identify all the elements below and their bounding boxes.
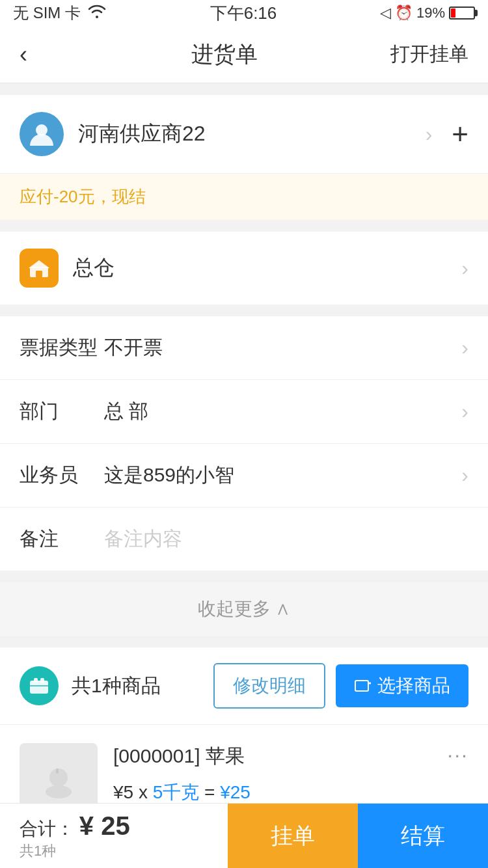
total-sub: 共1种 [20, 841, 208, 861]
supplier-avatar [20, 112, 64, 156]
warehouse-icon [20, 249, 59, 288]
warehouse-name: 总仓 [73, 254, 455, 282]
warehouse-row[interactable]: 总仓 › [0, 232, 488, 305]
warehouse-chevron-icon: › [461, 256, 468, 280]
product-price: ¥5 x 5千克 = ¥25 [113, 780, 431, 805]
invoice-type-row[interactable]: 票据类型 不开票 › [0, 316, 488, 380]
equals-sign: = [204, 782, 220, 802]
supplier-row[interactable]: 河南供应商22 › + [0, 95, 488, 174]
invoice-chevron-icon: › [461, 336, 468, 360]
alarm-icon: ⏰ [395, 5, 413, 21]
invoice-value: 不开票 [104, 334, 455, 361]
collapse-row[interactable]: 收起更多 ∧ [0, 582, 488, 636]
svg-rect-4 [30, 681, 48, 694]
salesman-label: 业务员 [20, 462, 104, 489]
supplier-name: 河南供应商22 [78, 120, 426, 148]
battery-percent: 19% [416, 5, 445, 21]
salesman-value: 这是859的小智 [104, 462, 455, 489]
back-button[interactable]: ‹ [20, 41, 59, 68]
salesman-chevron-icon: › [461, 463, 468, 487]
form-card: 票据类型 不开票 › 部门 总 部 › 业务员 这是859的小智 › 备注 备注… [0, 316, 488, 571]
footer-total: 合计： ¥ 25 共1种 [0, 811, 228, 861]
settle-button[interactable]: 结算 [358, 804, 488, 869]
edit-detail-button[interactable]: 修改明细 [213, 663, 325, 709]
location-icon: ◁ [380, 5, 391, 21]
status-bar: 无 SIM 卡 下午6:16 ◁ ⏰ 19% [0, 0, 488, 26]
department-chevron-icon: › [461, 400, 468, 424]
nav-title: 进货单 [191, 40, 258, 70]
carrier-text: 无 SIM 卡 [13, 3, 81, 23]
wifi-icon [87, 4, 107, 22]
remark-label: 备注 [20, 526, 104, 552]
warehouse-card: 总仓 › [0, 232, 488, 305]
total-label: 合计： [20, 819, 74, 839]
remark-row[interactable]: 备注 备注内容 [0, 508, 488, 571]
department-value: 总 部 [104, 398, 455, 425]
nav-bar: ‹ 进货单 打开挂单 [0, 26, 488, 83]
salesman-row[interactable]: 业务员 这是859的小智 › [0, 444, 488, 508]
svg-rect-6 [40, 678, 44, 683]
quantity-value: 5千克 [153, 782, 200, 802]
svg-rect-13 [56, 768, 59, 774]
department-label: 部门 [20, 398, 104, 425]
battery-icon [449, 7, 475, 20]
remark-placeholder: 备注内容 [104, 526, 468, 552]
supplier-card: 河南供应商22 › + 应付-20元，现结 [0, 95, 488, 220]
products-count: 共1种商品 [72, 673, 213, 699]
department-row[interactable]: 部门 总 部 › [0, 380, 488, 444]
price-value: ¥5 [113, 782, 133, 802]
svg-marker-2 [29, 260, 49, 268]
status-right: ◁ ⏰ 19% [380, 5, 475, 21]
svg-point-12 [46, 785, 72, 798]
total-amount: ¥ 25 [79, 811, 130, 840]
invoice-label: 票据类型 [20, 334, 104, 361]
select-product-label: 选择商品 [377, 673, 450, 698]
add-button[interactable]: + [452, 120, 468, 148]
product-name: [0000001] 苹果 [113, 743, 431, 770]
hang-button[interactable]: 挂单 [228, 804, 358, 869]
product-more-button[interactable]: ··· [447, 743, 468, 767]
price-separator: x [139, 782, 153, 802]
products-header: 共1种商品 修改明细 选择商品 [0, 647, 488, 725]
notice-banner: 应付-20元，现结 [0, 174, 488, 220]
select-product-button[interactable]: 选择商品 [336, 664, 468, 707]
product-code: [0000001] [113, 745, 200, 766]
footer: 合计： ¥ 25 共1种 挂单 结算 [0, 803, 488, 868]
supplier-chevron-icon: › [426, 122, 433, 146]
status-left: 无 SIM 卡 [13, 3, 107, 23]
open-pending-button[interactable]: 打开挂单 [390, 41, 468, 68]
svg-rect-5 [34, 678, 38, 683]
time-display: 下午6:16 [210, 2, 277, 25]
total-value: ¥25 [220, 782, 251, 802]
svg-rect-3 [36, 271, 42, 277]
product-title: 苹果 [206, 745, 245, 766]
products-icon [20, 666, 59, 705]
svg-rect-8 [355, 681, 368, 691]
product-info: [0000001] 苹果 ¥5 x 5千克 = ¥25 [113, 743, 431, 805]
